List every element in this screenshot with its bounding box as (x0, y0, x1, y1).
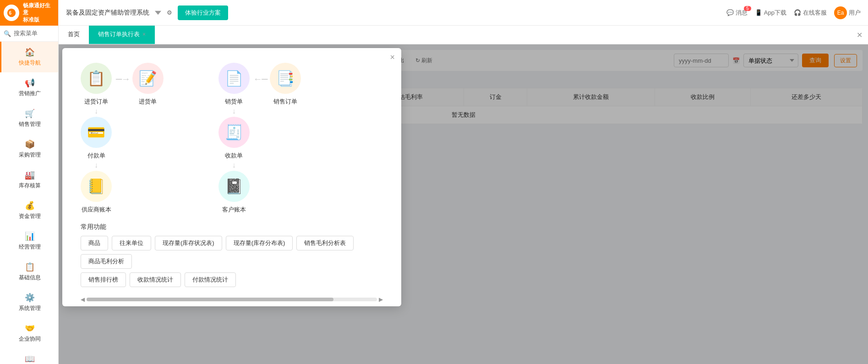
modal-close-btn[interactable]: × (390, 53, 395, 62)
topbar-actions: 💬 消息 5 📱 App下载 🎧 在线客服 Ea 用户 (726, 6, 861, 19)
tabs-bar: 首页 销售订单执行表 × ✕ (59, 26, 868, 44)
arrow-h-1: - - - → (115, 74, 129, 84)
func-btn-4[interactable]: 销售毛利分析表 (296, 236, 354, 250)
flow-col-purchase: 📋 进货订单 ↓ 💳 付款单 ↓ 📒 (81, 63, 112, 214)
sidebar-item-basics[interactable]: 📋 基础信息 (0, 256, 58, 287)
scroll-left-arrow[interactable]: ◀ (81, 296, 85, 303)
experience-btn[interactable]: 体验行业方案 (178, 5, 228, 20)
tab-close-icon[interactable]: × (142, 31, 146, 38)
func-btn-0[interactable]: 商品 (81, 236, 108, 250)
search-icon: 🔍 (4, 30, 11, 37)
enterprise-icon: 🤝 (25, 323, 35, 333)
func-btn-6[interactable]: 销售排行榜 (81, 272, 126, 287)
sidebar-item-operations[interactable]: 📊 经营管理 (0, 226, 58, 256)
newbie-icon: 📖 (25, 354, 35, 364)
sidebar: 6 畅康通好生意 标准版 🔍 搜索菜单 🏠 快捷导航 📢 营销推广 🛒 销售管理 (0, 0, 59, 364)
modal-scrollbar-track[interactable] (87, 298, 377, 301)
inventory-icon: 🏭 (25, 170, 35, 180)
sidebar-item-system[interactable]: ⚙️ 系统管理 (0, 287, 58, 318)
user-action[interactable]: Ea 用户 (834, 6, 861, 19)
avatar: Ea (834, 6, 847, 19)
service-icon: 🎧 (794, 9, 801, 16)
func-buttons-row2: 销售排行榜 收款情况统计 付款情况统计 (81, 272, 383, 287)
logo-icon: 6 (4, 5, 19, 21)
flow-col-purchase-receipt: 📝 进货单 (132, 63, 164, 106)
download-icon: 📱 (755, 9, 762, 16)
purchase-receipt-circle: 📝 (132, 63, 164, 94)
scroll-row: ◀ ▶ (62, 296, 401, 306)
sidebar-item-purchase[interactable]: 📦 采购管理 (0, 134, 58, 164)
func-btn-1[interactable]: 往来单位 (112, 236, 151, 250)
sidebar-item-newbie[interactable]: 📖 新手引导 (0, 348, 58, 364)
system-icon: ⚙️ (25, 293, 35, 303)
customer-ledger-circle: 📓 (218, 171, 250, 202)
sidebar-item-marketing[interactable]: 📢 营销推广 (0, 72, 58, 103)
sales-icon: 🛒 (25, 109, 35, 119)
arrow-v-3: ↓ (232, 108, 236, 115)
sidebar-item-inventory[interactable]: 🏭 库存核算 (0, 164, 58, 195)
func-btn-3[interactable]: 现存量(库存分布表) (226, 236, 293, 250)
flow-item-receipt[interactable]: 🧾 收款单 (218, 117, 250, 160)
arrow-v-4: ↓ (232, 162, 236, 169)
marketing-icon: 📢 (25, 78, 35, 88)
app-download-action[interactable]: 📱 App下载 (755, 9, 786, 17)
modal-scrollbar[interactable] (87, 298, 377, 301)
home-icon: 🏠 (25, 47, 35, 57)
func-btn-2[interactable]: 现存量(库存状况表) (155, 236, 222, 250)
sidebar-item-enterprise[interactable]: 🤝 企业协同 (0, 318, 58, 348)
message-badge: 5 (744, 6, 751, 11)
topbar: 装备及固定资产辅助管理系统 ⚙ 体验行业方案 💬 消息 5 📱 App下载 🎧 (59, 0, 868, 26)
flow-col-sale-order: 📑 销售订单 (270, 63, 301, 106)
flow-item-payment[interactable]: 💳 付款单 (81, 117, 112, 160)
flow-item-customer-ledger[interactable]: 📓 客户账本 (218, 171, 250, 214)
common-functions-title: 常用功能 (81, 223, 383, 231)
sale-receipt-circle: 📄 (218, 63, 250, 94)
arrow-v-1: ↓ (94, 108, 98, 115)
flow-item-sale-order[interactable]: 📑 销售订单 (270, 63, 301, 106)
func-btn-5[interactable]: 商品毛利分析 (81, 254, 132, 269)
dropdown-arrow[interactable] (155, 10, 161, 16)
page-body: ❓ 帮助 🖨 按模板打印 ▾ ↗ 导出 ↻ 刷新 � (59, 44, 868, 364)
modal-overlay: × 📋 进货订单 ↓ � (59, 44, 868, 364)
message-action[interactable]: 💬 消息 5 (726, 9, 748, 17)
svg-text:6: 6 (9, 11, 12, 16)
modal-scrollbar-thumb (87, 298, 333, 301)
message-icon: 💬 (726, 9, 734, 16)
settings-icon[interactable]: ⚙ (167, 9, 172, 16)
common-functions: 常用功能 商品 往来单位 现存量(库存状况表) 现存量(库存分布表) 销售毛利分… (62, 223, 401, 296)
sidebar-search[interactable]: 🔍 搜索菜单 (0, 26, 58, 42)
operations-icon: 📊 (25, 231, 35, 241)
sidebar-item-finance[interactable]: 💰 资金管理 (0, 195, 58, 226)
flow-section: 📋 进货订单 ↓ 💳 付款单 ↓ 📒 (62, 48, 401, 223)
purchase-order-circle: 📋 (81, 63, 112, 94)
basics-icon: 📋 (25, 262, 35, 272)
system-title: 装备及固定资产辅助管理系统 (66, 9, 149, 17)
arrow-v-2: ↓ (94, 162, 98, 169)
func-buttons: 商品 往来单位 现存量(库存状况表) 现存量(库存分布表) 销售毛利分析表 商品… (81, 236, 383, 269)
func-btn-8[interactable]: 付款情况统计 (185, 272, 236, 287)
scroll-right-arrow[interactable]: ▶ (379, 296, 383, 303)
online-service-action[interactable]: 🎧 在线客服 (794, 9, 827, 17)
logo-text: 畅康通好生意 标准版 (23, 2, 55, 24)
flow-item-sale-receipt[interactable]: 📄 销货单 (218, 63, 250, 106)
flow-item-supplier-ledger[interactable]: 📒 供应商账本 (81, 171, 112, 214)
receipt-circle: 🧾 (218, 117, 250, 148)
tab-sales-order[interactable]: 销售订单执行表 × (89, 26, 155, 44)
tab-home[interactable]: 首页 (59, 26, 89, 44)
modal: × 📋 进货订单 ↓ � (62, 48, 401, 306)
main-content: 装备及固定资产辅助管理系统 ⚙ 体验行业方案 💬 消息 5 📱 App下载 🎧 (59, 0, 868, 364)
arrow-h-2: ← - - - (253, 74, 267, 84)
close-all-tabs[interactable]: ✕ (851, 31, 868, 39)
finance-icon: 💰 (25, 201, 35, 211)
purchase-icon: 📦 (25, 139, 35, 149)
sidebar-logo: 6 畅康通好生意 标准版 (0, 0, 58, 26)
sidebar-nav: 🏠 快捷导航 📢 营销推广 🛒 销售管理 📦 采购管理 🏭 库存核算 💰 (0, 42, 58, 364)
supplier-ledger-circle: 📒 (81, 171, 112, 202)
flow-item-purchase-order[interactable]: 📋 进货订单 (81, 63, 112, 106)
sidebar-item-quick-nav[interactable]: 🏠 快捷导航 (0, 42, 58, 72)
flow-item-purchase-receipt[interactable]: 📝 进货单 (132, 63, 164, 106)
payment-circle: 💳 (81, 117, 112, 148)
sidebar-item-sales[interactable]: 🛒 销售管理 (0, 103, 58, 134)
sale-order-circle: 📑 (270, 63, 301, 94)
func-btn-7[interactable]: 收款情况统计 (130, 272, 181, 287)
